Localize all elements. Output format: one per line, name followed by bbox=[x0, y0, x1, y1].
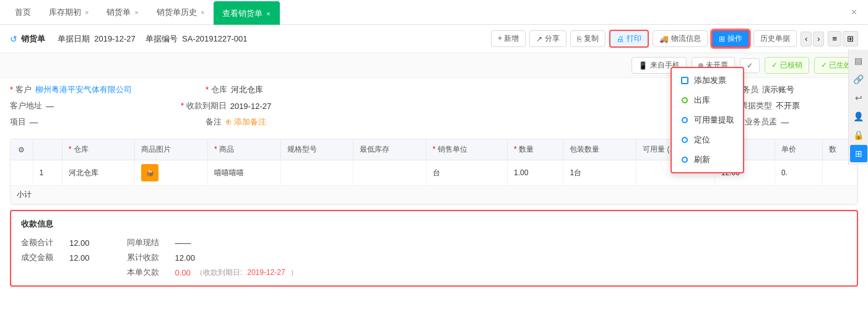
operate-button[interactable]: ⊞ 操作 bbox=[711, 30, 750, 48]
refresh-label: 刷新 bbox=[694, 154, 710, 165]
doc-type-icon: ↺ bbox=[10, 34, 17, 44]
deal-amount-val: 12.00 bbox=[69, 253, 90, 263]
address-value: — bbox=[46, 102, 54, 111]
warehouse-label: 仓库 bbox=[206, 84, 227, 95]
cell-num: 1 bbox=[33, 160, 62, 186]
dropdown-refresh[interactable]: 刷新 bbox=[672, 150, 743, 170]
copy-button[interactable]: ⎘ 复制 bbox=[570, 30, 605, 47]
sidebar-icon-6[interactable]: ⊞ bbox=[850, 145, 867, 162]
cell-unit-price: 0. bbox=[775, 160, 822, 186]
history-button[interactable]: 历史单据 bbox=[753, 30, 797, 47]
cell-min-stock bbox=[354, 160, 427, 186]
add-button[interactable]: + 新增 bbox=[491, 30, 526, 47]
window-close-button[interactable]: × bbox=[846, 7, 862, 17]
sidebar-icon-3[interactable]: ↩ bbox=[850, 89, 867, 106]
total-amount-item: 金额合计 12.00 bbox=[21, 237, 90, 248]
col-sale-unit: * 销售单位 bbox=[426, 139, 507, 160]
dropdown-add-invoice[interactable]: 添加发票 bbox=[672, 71, 743, 90]
tab-bar-right: × bbox=[846, 7, 862, 18]
customer-label: 客户 bbox=[10, 84, 32, 95]
tab-sales-history[interactable]: 销货单历史 × bbox=[148, 0, 214, 24]
deal-amount-item: 成交金额 12.00 bbox=[21, 252, 90, 263]
logistics-icon: 🚚 bbox=[659, 35, 669, 43]
tab-view-sales-close[interactable]: × bbox=[266, 10, 270, 17]
dropdown-outbound[interactable]: 出库 bbox=[672, 90, 743, 110]
staff-sale-value: — bbox=[781, 118, 789, 127]
list-view-button[interactable]: ≡ bbox=[828, 31, 841, 46]
doc-type-label: 销货单 bbox=[21, 33, 45, 45]
remark-label: 备注 bbox=[206, 116, 222, 128]
customer-value[interactable]: 柳州粤港平安气体有限公司 bbox=[35, 84, 132, 95]
col-min-stock: 最低库存 bbox=[354, 139, 427, 160]
logistics-button[interactable]: 🚚 物流信息 bbox=[653, 30, 708, 47]
cumulative-payment-item: 累计收款 12.00 bbox=[127, 252, 298, 263]
order-debt-val: 0.00 bbox=[175, 268, 191, 277]
staff-value: 演示账号 bbox=[762, 84, 794, 95]
sidebar-icon-2[interactable]: 🔗 bbox=[850, 71, 867, 88]
copy-icon: ⎘ bbox=[577, 35, 581, 43]
tab-bar: 首页 库存期初 × 销货单 × 销货单历史 × 查看销货单 × × bbox=[0, 0, 868, 25]
panel-rows: 金额合计 12.00 成交金额 12.00 同单现结 —— 累计收款 bbox=[21, 237, 847, 278]
same-order-settle-val: —— bbox=[175, 238, 191, 248]
tab-inventory-close[interactable]: × bbox=[85, 9, 89, 16]
pay-date-label: 收款到期日 bbox=[181, 100, 227, 111]
refresh-icon bbox=[680, 155, 689, 164]
cell-warehouse: 河北仓库 bbox=[62, 160, 135, 186]
doc-date-field: 单据日期 2019-12-27 bbox=[58, 33, 136, 45]
order-debt-paren: ） bbox=[290, 267, 298, 278]
locate-label: 定位 bbox=[694, 134, 710, 145]
project-label: 项目 bbox=[10, 116, 26, 128]
right-sidebar: ▤ 🔗 ↩ 👤 🔒 ⊞ bbox=[848, 50, 868, 165]
col-warehouse: * 仓库 bbox=[62, 139, 135, 160]
cell-product: 嘻嘻嘻嘻 bbox=[207, 160, 280, 186]
col-img: 商品图片 bbox=[135, 139, 208, 160]
ticket-type-value: 不开票 bbox=[776, 100, 800, 111]
col-gear: ⚙ bbox=[11, 139, 33, 160]
prev-button[interactable]: ‹ bbox=[801, 32, 812, 46]
main-content: ↺ 销货单 单据日期 2019-12-27 单据编号 SA-20191227-0… bbox=[0, 25, 868, 330]
doc-meta: 单据日期 2019-12-27 单据编号 SA-20191227-001 bbox=[58, 33, 248, 45]
tab-sales-history-close[interactable]: × bbox=[201, 9, 204, 16]
add-remark-button[interactable]: ⊕ 添加备注 bbox=[225, 116, 266, 128]
tab-sales[interactable]: 销货单 × bbox=[98, 0, 147, 24]
tab-inventory[interactable]: 库存期初 × bbox=[40, 0, 98, 24]
confirmed-status[interactable]: ✓ 已核销 bbox=[765, 57, 809, 74]
tab-view-sales[interactable]: 查看销货单 × bbox=[214, 1, 279, 25]
tab-sales-close[interactable]: × bbox=[134, 9, 138, 16]
next-button[interactable]: › bbox=[813, 32, 824, 46]
staff-sale-field: * 业务员孟 — bbox=[734, 116, 858, 128]
doc-number-field: 单据编号 SA-20191227-001 bbox=[145, 33, 248, 45]
col-qty: * 数量 bbox=[508, 139, 563, 160]
project-value: — bbox=[30, 118, 38, 127]
tab-home[interactable]: 首页 bbox=[6, 0, 40, 24]
sidebar-icon-5[interactable]: 🔒 bbox=[850, 126, 867, 144]
warehouse-value: 河北仓库 bbox=[231, 84, 263, 95]
print-button[interactable]: 🖨 打印 bbox=[609, 30, 649, 48]
view-toggle: ≡ ⊞ bbox=[828, 31, 858, 46]
order-debt-extra: （收款到期日: bbox=[196, 267, 242, 278]
phone-icon: 📱 bbox=[638, 61, 648, 70]
add-invoice-label: 添加发票 bbox=[694, 75, 726, 86]
cell-sale-unit: 台 bbox=[426, 160, 507, 186]
sidebar-icon-4[interactable]: 👤 bbox=[850, 108, 867, 125]
same-order-settle-item: 同单现结 —— bbox=[127, 237, 298, 248]
cell-img: 📦 bbox=[135, 160, 208, 186]
order-debt-item: 本单欠款 0.00 （收款到期日: 2019-12-27 ） bbox=[127, 267, 298, 278]
panel-col-1: 金额合计 12.00 成交金额 12.00 bbox=[21, 237, 90, 278]
customer-field: 客户 柳州粤港平安气体有限公司 bbox=[10, 84, 134, 95]
col-num bbox=[33, 139, 62, 160]
share-button[interactable]: ↗ 分享 bbox=[529, 30, 566, 47]
check-effect-icon: ✓ bbox=[821, 61, 827, 69]
address-label: 客户地址 bbox=[10, 100, 42, 111]
cell-qty: 1.00 bbox=[508, 160, 563, 186]
total-amount-val: 12.00 bbox=[69, 238, 90, 248]
sidebar-icon-1[interactable]: ▤ bbox=[850, 52, 867, 69]
address-field: 客户地址 — bbox=[10, 100, 134, 111]
dropdown-available-qty[interactable]: 可用量提取 bbox=[672, 110, 743, 130]
subtotal-label: 小计 bbox=[11, 186, 857, 204]
doc-title: ↺ 销货单 bbox=[10, 33, 45, 45]
doc-header: ↺ 销货单 单据日期 2019-12-27 单据编号 SA-20191227-0… bbox=[0, 25, 868, 53]
grid-view-button[interactable]: ⊞ bbox=[843, 31, 858, 46]
dropdown-locate[interactable]: 定位 bbox=[672, 130, 743, 150]
panel-title: 收款信息 bbox=[21, 219, 847, 230]
